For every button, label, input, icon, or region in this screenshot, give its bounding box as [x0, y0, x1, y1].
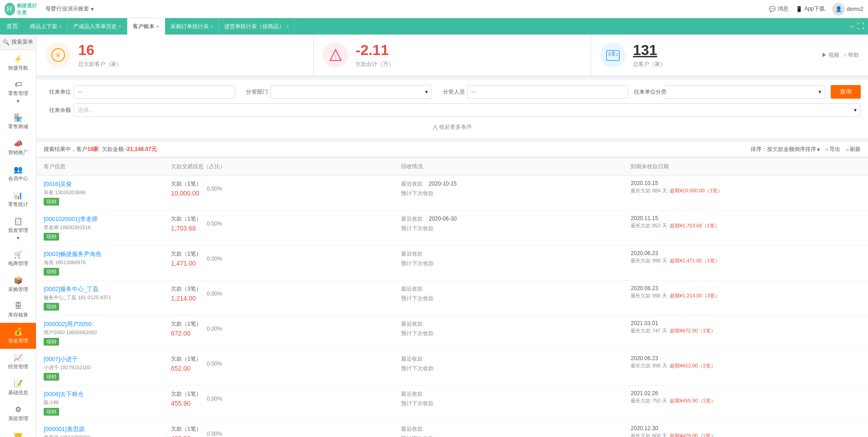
debt-amount-2[interactable]: 1,703.68: [171, 225, 201, 232]
category-select[interactable]: ▾: [664, 85, 825, 99]
tab-customer-account[interactable]: 客户账本 ×: [127, 18, 165, 35]
minimize-icon[interactable]: －: [848, 22, 855, 31]
sort-button[interactable]: 排序：按欠款金额倒序排序 ▾: [751, 146, 820, 153]
customer-info-cell-6: [0007]小进千 小进千 18279152100 现销: [44, 355, 171, 381]
person-input[interactable]: ···: [467, 85, 629, 99]
store-selector[interactable]: 母婴行业演示账套 ▾: [41, 5, 769, 13]
customer-phone-2: 李老师 18600391516: [44, 224, 171, 231]
customer-name-8[interactable]: [000001]黄思源: [44, 425, 171, 433]
overdue-link-4[interactable]: 超期¥1,214.00（3笔）: [670, 293, 720, 298]
due-date-6: 2020.06.23: [631, 355, 861, 362]
video-btn[interactable]: ▶ 视频: [822, 51, 839, 59]
message-btn[interactable]: 💬 消息: [769, 5, 788, 13]
tab-goods[interactable]: 商品上下架 ×: [25, 18, 68, 35]
search-button[interactable]: 查询: [831, 85, 861, 99]
balance-select[interactable]: 选择... ▾: [74, 103, 861, 117]
sidebar-item-retail-stat[interactable]: 📊 零售统计: [0, 186, 36, 212]
tab-purchase-stat[interactable]: 进货单统计表（按商品） ×: [219, 18, 295, 35]
stat-text-2: -2.11 欠款合计（万）: [356, 42, 394, 68]
maximize-icon[interactable]: ⛶: [857, 22, 864, 30]
overdue-link-3[interactable]: 超期¥1,471.00（1笔）: [670, 258, 720, 263]
stat-card-1: ¥ 16 总欠款客户（家）: [36, 35, 314, 75]
customer-info-cell-3: [0003]畅捷服务尹海燕 海燕 18513066976 现销: [44, 250, 171, 276]
due-date-7: 2021.02.26: [631, 390, 861, 397]
overdue-link-1[interactable]: 超期¥10,000.00（1笔）: [670, 188, 722, 193]
overdue-link-5[interactable]: 超期¥672.00（1笔）: [670, 328, 716, 333]
customer-phone-6: 小进千 18279152100: [44, 364, 171, 371]
stats-row: ¥ 16 总欠款客户（家） ! -2.11 欠款合计（万）: [36, 35, 868, 76]
sidebar-item-batch-mgmt[interactable]: 📋 批发管理 ▾: [0, 212, 36, 246]
sidebar-item-corp[interactable]: 🤝 企业协同: [0, 427, 36, 437]
customer-info-cell-5: [000002]用户2050 用户2050 18665062050 现销: [44, 320, 171, 346]
sidebar-item-system[interactable]: ⚙ 系统管理: [0, 401, 36, 427]
tab-production-close[interactable]: ×: [119, 24, 121, 29]
debt-amount-7[interactable]: 455.90: [171, 400, 201, 407]
sidebar-item-member[interactable]: 👥 会员中心: [0, 161, 36, 186]
sidebar-item-quick-nav[interactable]: ⚡ 快捷导航: [0, 50, 36, 76]
sidebar-item-finance[interactable]: 💰 资金管理: [0, 323, 36, 349]
overdue-link-7[interactable]: 超期¥455.90（1笔）: [670, 398, 716, 403]
debt-amount-8[interactable]: 429.00: [171, 435, 201, 437]
sidebar-item-inventory[interactable]: 🗄 库存核算: [0, 297, 36, 323]
sidebar-item-purchase[interactable]: 📦 采购管理: [0, 271, 36, 297]
refresh-btn[interactable]: ○ 刷新: [846, 146, 861, 153]
recovery-next-6: 预计下次收款: [401, 365, 631, 372]
dept-label: 分管部门: [241, 88, 268, 96]
table-row: [000002]用户2050 用户2050 18665062050 现销 欠款（…: [36, 316, 868, 351]
sidebar-item-retail-shop[interactable]: 🏪 零售商城: [0, 109, 36, 135]
overdue-link-2[interactable]: 超期¥1,703.68（1笔）: [670, 223, 720, 228]
app-download-btn[interactable]: 📱 App下载: [796, 5, 825, 13]
customer-name-5[interactable]: [000002]用户2050: [44, 320, 171, 328]
customer-name-6[interactable]: [0007]小进千: [44, 355, 171, 363]
dept-select[interactable]: ▾: [271, 85, 432, 99]
recovery-label-4: 最近收款: [401, 285, 631, 293]
tab-production[interactable]: 产成品入库单历史 ×: [68, 18, 127, 35]
debt-info-cell-3: 欠款（1笔） 1,471.00 0.00%: [171, 250, 401, 267]
customer-name-4[interactable]: [0002]服务中心_丁磊: [44, 285, 171, 293]
user-menu[interactable]: 👤 demo2: [832, 3, 863, 15]
sidebar-item-operation[interactable]: 📈 经营管理: [0, 349, 36, 375]
debt-amount-3[interactable]: 1,471.00: [171, 260, 201, 267]
tab-purchase-order-close[interactable]: ×: [211, 24, 213, 29]
due-date-4: 2020.06.23: [631, 285, 861, 291]
tab-home[interactable]: 首页: [0, 18, 25, 35]
customer-name-7[interactable]: [0006]去下粮仓: [44, 390, 171, 398]
customer-info-cell-8: [000001]黄思源 黄思源 13552700226 现销: [44, 425, 171, 437]
customer-name-1[interactable]: [0016]吴俊: [44, 180, 171, 188]
sidebar-search[interactable]: 🔍 搜索菜单: [0, 35, 36, 50]
sidebar-item-retail-mgmt[interactable]: 🏷 零售管理 ▾: [0, 76, 36, 109]
export-btn[interactable]: ○ 导出: [825, 146, 840, 153]
debt-amount-4[interactable]: 1,214.00: [171, 295, 201, 302]
customer-tag-7: 现销: [44, 408, 59, 416]
overdue-link-8[interactable]: 超期¥429.00（1笔）: [670, 433, 716, 437]
customer-name-3[interactable]: [0003]畅捷服务尹海燕: [44, 250, 171, 258]
content-area: ¥ 16 总欠款客户（家） ! -2.11 欠款合计（万）: [36, 35, 868, 437]
tab-customer-account-label: 客户账本: [133, 23, 155, 30]
customer-info-cell-4: [0002]服务中心_丁磊 服务中心_丁磊 181 0125 8371 现销: [44, 285, 171, 311]
recovery-cell-1: 最近收款 2020-10-15 预计下次收款: [401, 180, 631, 197]
refresh-icon: ○: [846, 146, 849, 153]
help-btn[interactable]: ○ 帮助: [843, 51, 859, 59]
sidebar-item-marketing[interactable]: 📣 营销推广: [0, 135, 36, 161]
sidebar-item-ecommerce[interactable]: 🛒 电商管理: [0, 246, 36, 271]
source-unit-input[interactable]: ···: [74, 85, 235, 99]
debt-amount-1[interactable]: 10,000.00: [171, 190, 201, 197]
marketing-icon: 📣: [14, 139, 23, 148]
overdue-link-6[interactable]: 超期¥652.00（1笔）: [670, 363, 716, 368]
tab-goods-label: 商品上下架: [30, 23, 57, 30]
debt-amount-6[interactable]: 652.00: [171, 365, 201, 372]
help-icon: ○: [843, 52, 846, 58]
sidebar-item-basic[interactable]: 📝 基础信息: [0, 375, 36, 401]
customer-phone-4: 服务中心_丁磊 181 0125 8371: [44, 294, 171, 301]
recovery-label-8: 最近收款: [401, 425, 631, 433]
collapse-button[interactable]: ⋀ 收起更多条件: [44, 121, 861, 133]
sidebar-item-operation-label: 经营管理: [8, 363, 28, 370]
customer-name-2[interactable]: [0001020001]李老师: [44, 215, 171, 223]
debt-amount-5[interactable]: 672.00: [171, 330, 201, 337]
tab-purchase-order[interactable]: 采购订单统计表 ×: [165, 18, 219, 35]
logo-icon: 好: [5, 3, 15, 15]
tab-customer-account-close[interactable]: ×: [156, 24, 159, 29]
filter-person: 分管人员 ···: [437, 85, 629, 99]
tab-goods-close[interactable]: ×: [59, 24, 62, 29]
tab-purchase-stat-close[interactable]: ×: [286, 24, 289, 29]
